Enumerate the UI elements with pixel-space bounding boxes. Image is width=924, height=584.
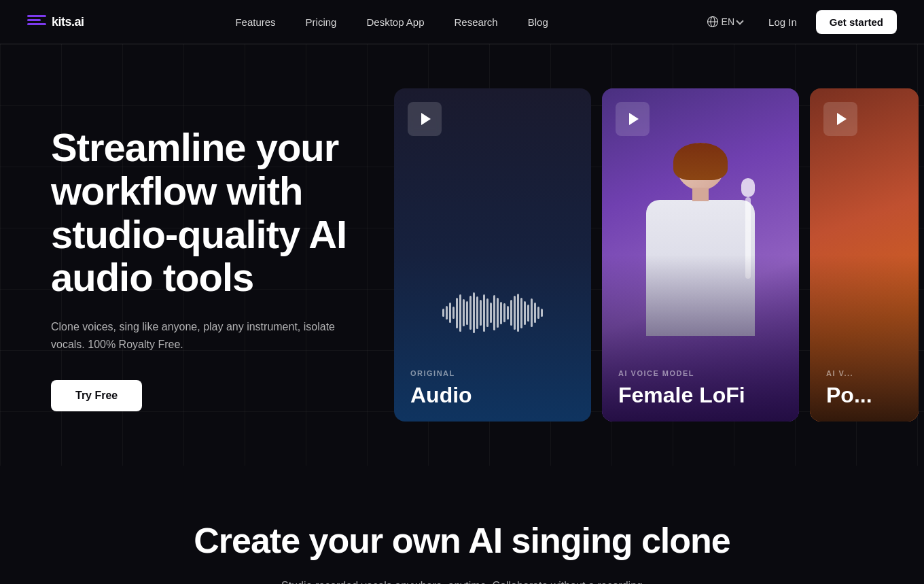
waveform-bar — [473, 292, 475, 333]
microphone-head — [741, 178, 755, 197]
waveform-bar — [463, 299, 465, 326]
card-lofi-info: AI VOICE MODEL Female LoFi — [602, 356, 799, 422]
play-icon — [421, 113, 431, 125]
waveform-bar — [517, 294, 519, 332]
nav-blog[interactable]: Blog — [516, 11, 561, 33]
waveform-bar — [531, 298, 533, 327]
card-name-audio: Audio — [410, 383, 575, 408]
play-button-lofi[interactable] — [616, 102, 650, 136]
waveform-bar — [500, 302, 502, 324]
play-button-partial[interactable] — [823, 102, 857, 136]
globe-icon — [707, 16, 719, 28]
waveform-bar — [497, 298, 499, 328]
logo-icon — [27, 15, 46, 29]
nav-desktop-app[interactable]: Desktop App — [354, 11, 436, 33]
hero-subtitle: Clone voices, sing like anyone, play any… — [51, 318, 336, 353]
waveform-bar — [446, 306, 448, 320]
waveform-bar — [486, 298, 488, 327]
nav-actions: EN Log In Get started — [700, 10, 897, 34]
card-female-lofi: AI VOICE MODEL Female LoFi — [602, 88, 799, 422]
play-icon — [629, 113, 639, 125]
waveform-bar — [469, 296, 472, 330]
waveform-bar — [510, 300, 512, 326]
nav-links: Features Pricing Desktop App Research Bl… — [223, 11, 560, 33]
waveform-bar — [490, 303, 492, 323]
card-audio: ORIGINAL Audio — [394, 88, 591, 422]
waveform-bar — [452, 307, 455, 319]
hero-left: Streamline your workflow with studio-qua… — [0, 44, 367, 466]
play-button-audio[interactable] — [408, 102, 442, 136]
hero-title: Streamline your workflow with studio-qua… — [51, 126, 367, 299]
waveform-bar — [514, 296, 516, 330]
waveform-bar — [527, 305, 529, 322]
nav-pricing[interactable]: Pricing — [294, 11, 349, 33]
clone-section-subtitle: Studio recorded vocals anywhere, anytime… — [265, 577, 659, 584]
waveform-bar — [534, 303, 536, 323]
waveform-bar — [503, 303, 505, 322]
card-tag-ai-voice: AI VOICE MODEL — [618, 369, 783, 377]
waveform-bar — [483, 294, 485, 332]
waveform-bar — [524, 301, 526, 325]
nav-features[interactable]: Features — [223, 11, 287, 33]
navbar: kits.ai Features Pricing Desktop App Res… — [0, 0, 924, 44]
waveform-bar — [442, 309, 444, 317]
waveform-bar — [537, 307, 539, 319]
portrait-neck — [692, 188, 709, 201]
get-started-button[interactable]: Get started — [816, 10, 897, 34]
card-name-partial: Po... — [826, 383, 902, 408]
waveform-bar — [466, 301, 468, 325]
waveform-bar — [476, 296, 478, 329]
waveform-display — [394, 286, 591, 340]
waveform-bar — [507, 306, 509, 320]
card-tag-partial: AI V... — [826, 369, 902, 377]
waveform-bar — [520, 298, 522, 328]
hero-cards: ORIGINAL Audio — [367, 44, 924, 466]
nav-research[interactable]: Research — [442, 11, 510, 33]
portrait-hair — [673, 143, 728, 180]
chevron-down-icon — [736, 17, 743, 24]
card-partial: AI V... Po... — [810, 88, 919, 422]
waveform-bar — [541, 309, 543, 317]
play-icon — [837, 113, 847, 125]
card-tag-original: ORIGINAL — [410, 369, 575, 377]
waveform-bar — [493, 295, 495, 330]
clone-section: Create your own AI singing clone Studio … — [0, 466, 924, 584]
language-label: EN — [722, 16, 734, 27]
logo-text: kits.ai — [52, 15, 84, 29]
card-name-lofi: Female LoFi — [618, 383, 783, 408]
waveform-bar — [449, 303, 451, 323]
login-button[interactable]: Log In — [758, 11, 808, 33]
waveform-bar — [459, 294, 461, 332]
logo[interactable]: kits.ai — [27, 15, 84, 29]
waveform-bars — [442, 292, 543, 333]
waveform-bar — [456, 298, 458, 328]
language-selector[interactable]: EN — [700, 12, 749, 32]
waveform-bar — [480, 300, 482, 326]
card-audio-info: ORIGINAL Audio — [394, 356, 591, 422]
card-partial-info: AI V... Po... — [810, 356, 919, 422]
hero-section: Streamline your workflow with studio-qua… — [0, 44, 924, 466]
clone-section-title: Create your own AI singing clone — [27, 520, 897, 561]
try-free-button[interactable]: Try Free — [51, 380, 142, 411]
